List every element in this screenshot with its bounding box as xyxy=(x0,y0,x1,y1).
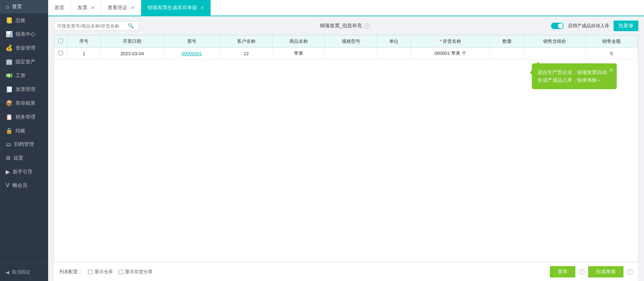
tab-invoice-close[interactable]: ✕ xyxy=(91,5,94,10)
sidebar-item-archive[interactable]: 🗂 归档管理 xyxy=(0,138,48,151)
show-warehouse-text: 显示仓库 xyxy=(94,269,113,275)
settings-icon: ⚙ xyxy=(6,155,11,161)
search-icon: 🔍 xyxy=(128,23,134,29)
tab-voucher[interactable]: 查看凭证 ✕ xyxy=(101,0,141,16)
cell-date: 2023-03-04 xyxy=(101,48,163,59)
col-header-seq: 序号 xyxy=(67,35,101,48)
sidebar-item-home[interactable]: ⌂ 首页 xyxy=(0,0,48,13)
bottom-right: 暂存 ? 生成单据 ? xyxy=(550,266,633,277)
sidebar-label-archive: 归档管理 xyxy=(14,141,34,148)
toolbar-center: 销项发票_信息补充 ? xyxy=(320,23,370,29)
bottom-left: 列表配置： 显示仓库 显示存货分类 xyxy=(59,269,153,275)
sidebar-item-funds[interactable]: 💰 资金管理 xyxy=(0,41,48,55)
guide-icon: ▶ xyxy=(6,168,10,175)
sidebar: ⌂ 首页 📒 总账 📊 报表中心 💰 资金管理 🏢 固定资产 💵 工资 🧾 发票… xyxy=(0,0,48,281)
sidebar-label-home: 首页 xyxy=(12,4,22,10)
sidebar-item-fixed[interactable]: 🏢 固定资产 xyxy=(0,55,48,69)
search-box[interactable]: 🔍 xyxy=(54,21,139,30)
save-help-icon[interactable]: ? xyxy=(579,269,585,275)
select-all-checkbox[interactable] xyxy=(58,39,63,43)
generate-help-icon[interactable]: ? xyxy=(627,269,633,275)
show-warehouse-label[interactable]: 显示仓库 xyxy=(88,269,113,275)
content-area: 🔍 销项发票_信息补充 ? 启用产成品自动入库 批量修 xyxy=(48,16,644,281)
toolbar-right: 启用产成品自动入库 批量修 xyxy=(551,21,638,31)
sidebar-item-ledger[interactable]: 📒 总账 xyxy=(0,13,48,27)
sidebar-item-guide[interactable]: ▶ 新手引导 xyxy=(0,165,48,179)
cell-inventory: 000001 苹果 个 xyxy=(411,48,490,59)
tab-bar: 首页 发票 ✕ 查看凭证 ✕ 销项发票生成库存单据 ✕ xyxy=(48,0,644,16)
show-category-text: 显示存货分类 xyxy=(125,269,153,275)
vip-icon: V xyxy=(6,182,10,189)
pin-label: 取消固定 xyxy=(12,269,30,275)
home-icon: ⌂ xyxy=(6,4,9,10)
sidebar-item-inventory[interactable]: 📦 库存核算 xyxy=(0,96,48,110)
fixed-icon: 🏢 xyxy=(6,58,13,65)
col-header-checkbox xyxy=(54,35,67,48)
sidebar-label-reports: 报表中心 xyxy=(16,31,35,38)
sidebar-item-reports[interactable]: 📊 报表中心 xyxy=(0,27,48,41)
show-category-label[interactable]: 显示存货分类 xyxy=(119,269,153,275)
sidebar-label-invoice-mgmt: 发票管理 xyxy=(16,86,35,93)
sidebar-label-ledger: 总账 xyxy=(16,17,25,24)
col-header-ticket-no: 票号 xyxy=(163,35,220,48)
col-header-qty: 数量 xyxy=(490,35,524,48)
ledger-icon: 📒 xyxy=(6,17,13,24)
cell-qty xyxy=(490,48,524,59)
col-header-date: 开票日期 xyxy=(101,35,163,48)
info-label: 销项发票_信息补充 xyxy=(320,23,362,29)
search-input[interactable] xyxy=(57,23,128,29)
sidebar-item-invoice-mgmt[interactable]: 🧾 发票管理 xyxy=(0,82,48,96)
batch-button[interactable]: 批量修 xyxy=(614,21,638,31)
sidebar-item-vip[interactable]: V 畅会员 xyxy=(0,179,48,192)
tab-voucher-label: 查看凭证 xyxy=(108,5,127,11)
main-table: 序号 开票日期 票号 客户名称 商品名称 规格型号 单位 存货名称 数量 销售含… xyxy=(54,35,638,59)
col-header-amount: 销售金额 xyxy=(585,35,638,48)
cell-ticket-no: 00000001 xyxy=(163,48,220,59)
table-row: 1 2023-03-04 00000001 12 苹果 000001 苹果 个 … xyxy=(54,48,638,59)
show-warehouse-checkbox[interactable] xyxy=(88,270,93,274)
sidebar-label-tax: 税务管理 xyxy=(16,114,35,120)
tab-cancel-invoice-close[interactable]: ✕ xyxy=(201,5,204,10)
tab-cancel-invoice[interactable]: 销项发票生成库存单据 ✕ xyxy=(141,0,211,16)
tab-home[interactable]: 首页 xyxy=(48,0,71,16)
sidebar-label-wages: 工资 xyxy=(16,73,25,79)
sidebar-label-settings: 设置 xyxy=(13,155,23,161)
col-header-unit: 单位 xyxy=(377,35,411,48)
row-checkbox[interactable] xyxy=(58,51,63,55)
toggle-switch[interactable] xyxy=(551,23,564,29)
tab-voucher-close[interactable]: ✕ xyxy=(131,5,134,10)
bottom-bar: 列表配置： 显示仓库 显示存货分类 暂存 ? 生成单据 ? xyxy=(54,262,638,281)
pin-toggle[interactable]: ◀ 取消固定 xyxy=(0,266,48,278)
col-header-customer: 客户名称 xyxy=(220,35,272,48)
info-icon[interactable]: ? xyxy=(364,23,370,29)
invoice-mgmt-icon: 🧾 xyxy=(6,86,13,93)
toggle-label: 启用产成品自动入库 xyxy=(568,23,609,29)
tab-invoice[interactable]: 发票 ✕ xyxy=(71,0,101,16)
tax-icon: 📋 xyxy=(6,114,13,120)
save-button[interactable]: 暂存 xyxy=(550,266,575,277)
sidebar-label-vip: 畅会员 xyxy=(12,182,27,189)
col-header-tax-price: 销售含税价 xyxy=(524,35,585,48)
row-checkbox-cell xyxy=(54,48,67,59)
sidebar-item-tax[interactable]: 📋 税务管理 xyxy=(0,110,48,124)
sidebar-label-fixed: 固定资产 xyxy=(16,59,35,65)
cell-tax-price xyxy=(524,48,585,59)
pin-icon: ◀ xyxy=(6,270,9,275)
cell-seq: 1 xyxy=(67,48,101,59)
close-accounts-icon: 🔒 xyxy=(6,127,13,134)
generate-button[interactable]: 生成单据 xyxy=(588,266,623,277)
tab-cancel-invoice-label: 销项发票生成库存单据 xyxy=(148,5,197,11)
sidebar-label-close: 结账 xyxy=(16,128,25,134)
tooltip-close-button[interactable]: ✕ xyxy=(609,66,613,74)
sidebar-label-inventory: 库存核算 xyxy=(16,100,35,107)
sidebar-item-close[interactable]: 🔒 结账 xyxy=(0,124,48,138)
col-header-product: 商品名称 xyxy=(272,35,325,48)
show-category-checkbox[interactable] xyxy=(119,270,123,274)
ticket-no-link[interactable]: 00000001 xyxy=(182,51,202,56)
sidebar-item-wages[interactable]: 💵 工资 xyxy=(0,69,48,82)
sidebar-bottom: ◀ 取消固定 xyxy=(0,263,48,281)
cell-amount: 5 xyxy=(585,48,638,59)
sidebar-item-settings[interactable]: ⚙ 设置 xyxy=(0,151,48,165)
tab-invoice-label: 发票 xyxy=(77,5,87,11)
funds-icon: 💰 xyxy=(6,45,13,51)
